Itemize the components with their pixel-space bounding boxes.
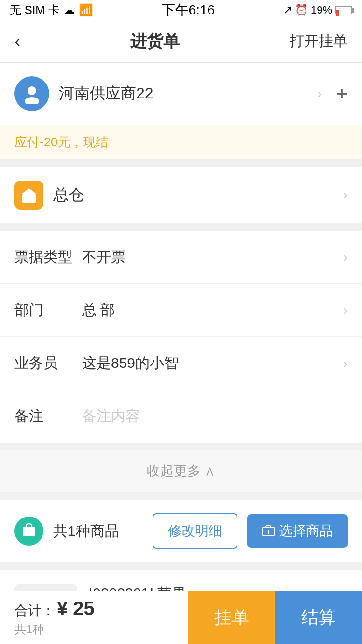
status-bar: 无 SIM 卡 ☁ 📶 下午6:16 ↗ ⏰ 19% xyxy=(0,0,362,20)
location-icon: ↗ xyxy=(283,4,292,16)
field-value-invoice: 不开票 xyxy=(82,247,343,267)
open-pending-button[interactable]: 打开挂单 xyxy=(290,31,348,51)
sim-label: 无 SIM 卡 ☁ xyxy=(10,2,75,18)
supplier-row[interactable]: 河南供应商22 › + xyxy=(0,63,362,125)
settle-button[interactable]: 结算 xyxy=(275,591,362,644)
status-time: 下午6:16 xyxy=(162,1,215,19)
alarm-icon: ⏰ xyxy=(295,4,308,16)
suspend-button[interactable]: 挂单 xyxy=(188,591,275,644)
svg-rect-2 xyxy=(22,194,36,203)
status-right: ↗ ⏰ 19% xyxy=(283,4,352,16)
field-invoice-type[interactable]: 票据类型 不开票 › xyxy=(0,231,362,284)
field-label-remark: 备注 xyxy=(14,406,82,426)
battery-icon xyxy=(335,6,352,14)
select-product-button[interactable]: 选择商品 xyxy=(247,514,348,548)
dept-chevron-icon: › xyxy=(343,303,348,318)
field-label-sales: 业务员 xyxy=(14,353,82,373)
warehouse-chevron-icon: › xyxy=(343,187,348,203)
page-title: 进货单 xyxy=(130,30,180,53)
nav-bar: ‹ 进货单 打开挂单 xyxy=(0,20,362,63)
total-label: 合计： xyxy=(14,602,55,620)
sales-chevron-icon: › xyxy=(343,356,348,371)
field-remark[interactable]: 备注 备注内容 xyxy=(0,390,362,443)
edit-detail-button[interactable]: 修改明细 xyxy=(153,513,237,549)
add-supplier-button[interactable]: + xyxy=(336,83,348,105)
back-button[interactable]: ‹ xyxy=(14,31,20,52)
supplier-chevron-icon: › xyxy=(317,86,321,101)
field-label-dept: 部门 xyxy=(14,300,82,320)
product-header-section: 共1种商品 修改明细 选择商品 xyxy=(0,500,362,562)
field-salesperson[interactable]: 业务员 这是859的小智 › xyxy=(0,337,362,390)
product-count-label: 共1种商品 xyxy=(53,521,143,541)
warehouse-section: 总仓 › xyxy=(0,167,362,223)
warehouse-icon xyxy=(14,181,43,210)
svg-rect-4 xyxy=(23,527,35,536)
field-department[interactable]: 部门 总 部 › xyxy=(0,284,362,337)
warehouse-name: 总仓 xyxy=(53,184,343,206)
product-header: 共1种商品 修改明细 选择商品 xyxy=(0,500,362,562)
supplier-avatar xyxy=(14,76,49,111)
warehouse-row[interactable]: 总仓 › xyxy=(0,167,362,223)
collapse-toggle[interactable]: 收起更多 ∧ xyxy=(0,450,362,492)
wifi-icon: 📶 xyxy=(79,3,93,17)
field-placeholder-remark: 备注内容 xyxy=(82,406,348,426)
svg-point-0 xyxy=(28,86,36,95)
total-section: 合计： ¥ 25 共1种 xyxy=(0,591,188,644)
notice-bar: 应付-20元，现结 xyxy=(0,125,362,159)
product-count-icon xyxy=(14,517,43,546)
invoice-chevron-icon: › xyxy=(343,250,348,265)
total-amount: ¥ 25 xyxy=(57,598,95,619)
total-count: 共1种 xyxy=(14,622,174,637)
field-value-sales: 这是859的小智 xyxy=(82,353,343,373)
notice-text: 应付-20元，现结 xyxy=(14,135,108,149)
supplier-name: 河南供应商22 xyxy=(59,83,317,104)
status-left: 无 SIM 卡 ☁ 📶 xyxy=(10,2,93,18)
collapse-label: 收起更多 ∧ xyxy=(147,463,216,478)
supplier-section: 河南供应商22 › + 应付-20元，现结 xyxy=(0,63,362,159)
bottom-bar: 合计： ¥ 25 共1种 挂单 结算 xyxy=(0,591,362,644)
svg-point-1 xyxy=(25,97,39,104)
fields-section: 票据类型 不开票 › 部门 总 部 › 业务员 这是859的小智 › 备注 备注… xyxy=(0,231,362,443)
battery-label: 19% xyxy=(311,4,332,16)
svg-marker-3 xyxy=(21,188,37,194)
field-label-invoice: 票据类型 xyxy=(14,247,82,267)
field-value-dept: 总 部 xyxy=(82,300,343,320)
select-product-label: 选择商品 xyxy=(279,522,333,540)
